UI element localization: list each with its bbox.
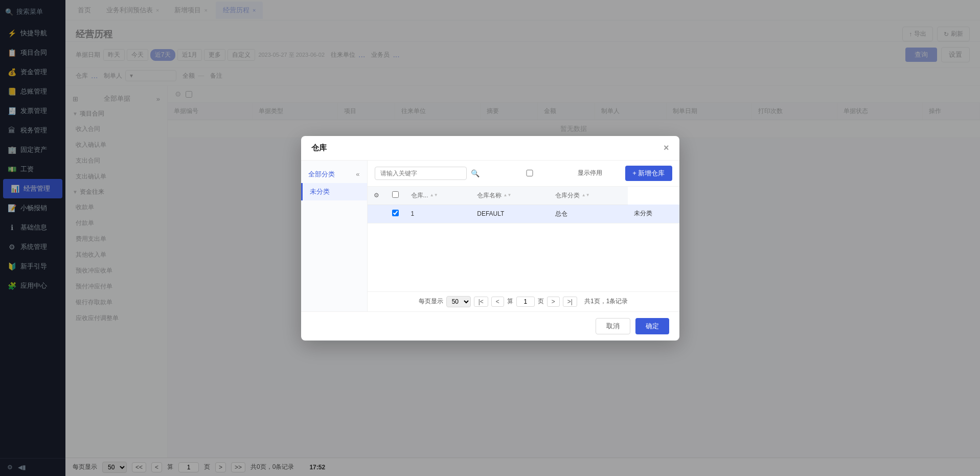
dialog-search-area: 🔍 显示停用 bbox=[375, 167, 602, 180]
dialog-right-panel: 🔍 显示停用 + 新增仓库 ⚙ bbox=[368, 161, 679, 311]
dialog-action-footer: 取消 确定 bbox=[301, 311, 679, 341]
row-name-cell: 总仓 bbox=[549, 205, 627, 223]
name-sort-icon[interactable]: ▲▼ bbox=[504, 193, 512, 197]
dialog-table-row[interactable]: 1 DEFAULT 总仓 未分类 bbox=[368, 205, 679, 223]
th-category-label: 仓库分类 bbox=[555, 192, 580, 199]
th-code: 仓库... ▲▼ bbox=[405, 187, 471, 205]
row-num-cell: 1 bbox=[405, 205, 471, 223]
dialog-calc-label: 算 bbox=[507, 297, 513, 306]
dialog-left-panel: 全部分类 « 未分类 bbox=[301, 161, 368, 311]
dialog-left-header: 全部分类 « bbox=[301, 166, 367, 183]
dialog-all-categories-label[interactable]: 全部分类 bbox=[308, 170, 335, 179]
dialog-prev-btn[interactable]: < bbox=[491, 297, 504, 307]
warehouse-dialog: 仓库 × 全部分类 « 未分类 🔍 bbox=[301, 136, 679, 341]
th-name-label: 仓库名称 bbox=[477, 192, 502, 199]
dialog-select-all[interactable] bbox=[392, 191, 399, 198]
dialog-last-btn[interactable]: >| bbox=[563, 297, 577, 307]
dialog-toolbar: 🔍 显示停用 + 新增仓库 bbox=[368, 161, 679, 187]
th-category: 仓库分类 ▲▼ bbox=[549, 187, 627, 205]
row-category-cell: 未分类 bbox=[628, 205, 679, 223]
dialog-page-label: 页 bbox=[538, 297, 544, 306]
cancel-button[interactable]: 取消 bbox=[596, 318, 630, 334]
dialog-first-btn[interactable]: |< bbox=[474, 297, 488, 307]
row-code-cell: DEFAULT bbox=[471, 205, 549, 223]
th-select bbox=[386, 187, 405, 205]
dialog-page-size[interactable]: 50 bbox=[446, 296, 471, 307]
show-disabled-checkbox[interactable] bbox=[484, 170, 576, 176]
th-code-label: 仓库... bbox=[411, 192, 428, 199]
dialog-table-area: ⚙ 仓库... ▲▼ 仓库名称 ▲▼ bbox=[368, 187, 679, 291]
show-disabled-label: 显示停用 bbox=[484, 169, 602, 177]
th-name: 仓库名称 ▲▼ bbox=[471, 187, 549, 205]
dialog-header: 仓库 × bbox=[301, 136, 679, 161]
dialog-collapse-icon[interactable]: « bbox=[356, 170, 359, 178]
dialog-per-page-label: 每页显示 bbox=[419, 297, 443, 306]
show-disabled-text: 显示停用 bbox=[578, 169, 602, 177]
th-settings: ⚙ bbox=[368, 187, 386, 205]
row-checkbox[interactable] bbox=[392, 210, 399, 216]
code-sort-icon[interactable]: ▲▼ bbox=[430, 193, 438, 197]
dialog-search-icon[interactable]: 🔍 bbox=[471, 169, 480, 177]
dialog-close-button[interactable]: × bbox=[664, 143, 669, 152]
settings-icon: ⚙ bbox=[374, 192, 379, 199]
dialog-table: ⚙ 仓库... ▲▼ 仓库名称 ▲▼ bbox=[368, 187, 679, 223]
modal-overlay: 仓库 × 全部分类 « 未分类 🔍 bbox=[0, 0, 980, 476]
confirm-button[interactable]: 确定 bbox=[635, 318, 669, 334]
dialog-left-item-未分类[interactable]: 未分类 bbox=[301, 183, 367, 200]
dialog-table-header: ⚙ 仓库... ▲▼ 仓库名称 ▲▼ bbox=[368, 187, 679, 205]
dialog-total-label: 共1页，1条记录 bbox=[584, 297, 628, 306]
dialog-next-btn[interactable]: > bbox=[547, 297, 560, 307]
row-checkbox-cell bbox=[386, 205, 405, 223]
dialog-body: 全部分类 « 未分类 🔍 显示停用 + bbox=[301, 161, 679, 311]
dialog-pager: 每页显示 50 |< < 算 页 > >| 共1页，1条记录 bbox=[368, 291, 679, 311]
dialog-left-items: 未分类 bbox=[301, 183, 367, 200]
dialog-page-input[interactable] bbox=[516, 297, 535, 307]
add-warehouse-button[interactable]: + 新增仓库 bbox=[625, 166, 672, 181]
row-settings-cell bbox=[368, 205, 386, 223]
category-sort-icon[interactable]: ▲▼ bbox=[582, 193, 590, 197]
dialog-title: 仓库 bbox=[311, 143, 327, 153]
dialog-search-input[interactable] bbox=[375, 167, 467, 180]
dialog-table-body: 1 DEFAULT 总仓 未分类 bbox=[368, 205, 679, 223]
